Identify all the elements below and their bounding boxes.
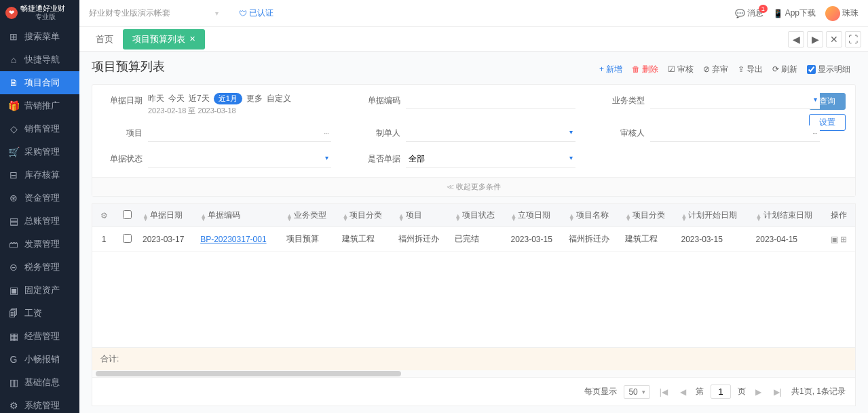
sidebar-item-13[interactable]: ▦经营管理 bbox=[0, 325, 79, 348]
sort-icon[interactable]: ▲▼ bbox=[342, 214, 348, 221]
refresh-icon: ⟳ bbox=[772, 64, 779, 74]
detail-checkbox[interactable] bbox=[807, 65, 816, 74]
sort-icon[interactable]: ▲▼ bbox=[569, 214, 575, 221]
export-button[interactable]: ⇪导出 bbox=[738, 64, 763, 75]
sort-icon[interactable]: ▲▼ bbox=[510, 214, 516, 221]
maker-input[interactable] bbox=[406, 125, 575, 142]
page-input[interactable] bbox=[711, 385, 731, 399]
first-page-button[interactable]: |◀ bbox=[657, 387, 671, 397]
tab-next-button[interactable]: ▶ bbox=[807, 31, 823, 47]
sidebar-icon: ⊞ bbox=[8, 31, 19, 42]
sidebar-item-9[interactable]: 🗃发票管理 bbox=[0, 233, 79, 256]
single-input[interactable] bbox=[406, 151, 575, 168]
last-page-button[interactable]: ▶| bbox=[771, 387, 785, 397]
chevron-down-icon[interactable]: ▾ bbox=[325, 154, 328, 161]
collapse-filters-button[interactable]: ≪ 收起更多条件 bbox=[92, 177, 855, 196]
preset-today[interactable]: 今天 bbox=[168, 93, 185, 104]
sort-icon[interactable]: ▲▼ bbox=[455, 214, 461, 221]
status-input[interactable] bbox=[148, 151, 331, 168]
prev-page-button[interactable]: ◀ bbox=[677, 387, 689, 397]
discard-button[interactable]: ⊘弃审 bbox=[703, 64, 728, 75]
sidebar-item-15[interactable]: ▥基础信息 bbox=[0, 371, 79, 394]
sort-icon[interactable]: ▲▼ bbox=[143, 214, 149, 221]
code-input[interactable] bbox=[406, 93, 575, 109]
toolbar: +新增 🗑删除 ☑审核 ⊘弃审 ⇪导出 ⟳刷新 显示明细 bbox=[594, 61, 856, 78]
shield-icon: 🛡 bbox=[239, 9, 247, 18]
doc-code-link[interactable]: BP-20230317-001 bbox=[200, 235, 266, 244]
audit-button[interactable]: ☑审核 bbox=[668, 64, 694, 75]
preset-1month[interactable]: 近1月 bbox=[214, 93, 242, 104]
next-page-button[interactable]: ▶ bbox=[753, 387, 764, 397]
x-icon: ⊘ bbox=[703, 64, 710, 74]
filter-single-label: 是否单据 bbox=[362, 151, 400, 165]
sidebar-item-label: 搜索菜单 bbox=[24, 31, 60, 43]
chevron-down-icon[interactable]: ▾ bbox=[569, 154, 573, 161]
pagination: 每页显示 50 ▾ |◀ ◀ 第 页 ▶ ▶| 共1页, 1条记录 bbox=[92, 377, 855, 406]
sidebar-item-14[interactable]: G小畅报销 bbox=[0, 348, 79, 371]
sidebar-item-5[interactable]: 🛒采购管理 bbox=[0, 140, 79, 163]
cell-plan-start: 2023-03-15 bbox=[677, 227, 751, 252]
filter-status-label: 单据状态 bbox=[105, 151, 143, 165]
sort-icon[interactable]: ▲▼ bbox=[286, 214, 293, 221]
logo-edition: 专业版 bbox=[35, 12, 65, 22]
horizontal-scrollbar[interactable] bbox=[92, 370, 855, 377]
sidebar-item-8[interactable]: ▤总账管理 bbox=[0, 210, 79, 233]
chevron-down-icon[interactable]: ▾ bbox=[569, 128, 573, 136]
sidebar-icon: 🗎 bbox=[8, 77, 19, 88]
preset-more[interactable]: 更多 bbox=[246, 93, 263, 104]
tab-close-all-button[interactable]: ✕ bbox=[826, 31, 842, 47]
sidebar-item-2[interactable]: 🗎项目合同 bbox=[0, 71, 79, 94]
sort-icon[interactable]: ▲▼ bbox=[200, 214, 206, 221]
select-all-checkbox[interactable] bbox=[123, 210, 132, 219]
messages-button[interactable]: 💬 消息 1 bbox=[735, 7, 763, 19]
tab-home[interactable]: 首页 bbox=[86, 29, 123, 50]
biztype-input[interactable] bbox=[650, 93, 820, 109]
per-page-select[interactable]: 50 ▾ bbox=[624, 385, 649, 399]
show-detail-toggle[interactable]: 显示明细 bbox=[807, 64, 850, 75]
preset-custom[interactable]: 自定义 bbox=[267, 93, 291, 104]
more-icon[interactable]: ··· bbox=[812, 128, 817, 138]
preset-yesterday[interactable]: 昨天 bbox=[148, 93, 164, 104]
sidebar-item-10[interactable]: ⊝税务管理 bbox=[0, 256, 79, 279]
sidebar-item-label: 基础信息 bbox=[24, 376, 60, 389]
sort-icon[interactable]: ▲▼ bbox=[756, 214, 762, 221]
fullscreen-button[interactable]: ⛶ bbox=[845, 31, 861, 47]
sidebar-item-0[interactable]: ⊞搜索菜单 bbox=[0, 25, 79, 48]
sort-icon[interactable]: ▲▼ bbox=[681, 214, 687, 221]
tab-budget-list[interactable]: 项目预算列表 ✕ bbox=[123, 29, 205, 50]
sort-icon[interactable]: ▲▼ bbox=[625, 214, 631, 221]
refresh-button[interactable]: ⟳刷新 bbox=[772, 64, 797, 75]
topbar: 好业财专业版演示帐套 ▾ 🛡 已认证 💬 消息 1 📱 App下载 bbox=[79, 0, 868, 27]
project-input[interactable] bbox=[148, 125, 331, 142]
more-icon[interactable]: ··· bbox=[324, 128, 328, 138]
sort-icon[interactable]: ▲▼ bbox=[398, 214, 404, 221]
chevron-down-icon[interactable]: ▾ bbox=[814, 96, 817, 103]
row-action-view-icon[interactable]: ▣ bbox=[831, 235, 838, 244]
user-menu[interactable]: 珠珠 bbox=[825, 6, 858, 21]
sidebar-item-4[interactable]: ◇销售管理 bbox=[0, 117, 79, 140]
close-icon[interactable]: ✕ bbox=[189, 35, 195, 43]
sidebar-item-1[interactable]: ⌂快捷导航 bbox=[0, 48, 79, 71]
gear-icon[interactable]: ⚙ bbox=[100, 211, 108, 220]
preset-7days[interactable]: 近7天 bbox=[189, 93, 210, 104]
row-checkbox[interactable] bbox=[123, 234, 132, 243]
table-row[interactable]: 1 2023-03-17 BP-20230317-001 项目预算 建筑工程 福… bbox=[92, 227, 855, 252]
cell-plan-end: 2023-04-15 bbox=[752, 227, 827, 252]
add-button[interactable]: +新增 bbox=[599, 64, 622, 75]
sidebar-item-7[interactable]: ⊛资金管理 bbox=[0, 186, 79, 210]
date-presets: 昨天 今天 近7天 近1月 更多 自定义 bbox=[148, 93, 291, 104]
tab-prev-button[interactable]: ◀ bbox=[788, 31, 804, 47]
row-action-qr-icon[interactable]: ⊞ bbox=[840, 235, 847, 244]
sidebar-item-11[interactable]: ▣固定资产 bbox=[0, 279, 79, 302]
auditor-input[interactable] bbox=[650, 125, 820, 142]
sidebar-item-16[interactable]: ⚙系统管理 bbox=[0, 394, 79, 413]
sidebar-item-12[interactable]: 🗐工资 bbox=[0, 302, 79, 325]
app-download-button[interactable]: 📱 App下载 bbox=[773, 7, 816, 19]
filter-code-label: 单据编码 bbox=[362, 93, 400, 106]
account-selector[interactable]: 好业财专业版演示帐套 ▾ bbox=[89, 7, 219, 19]
collapse-icon: ≪ bbox=[447, 182, 454, 191]
delete-button[interactable]: 🗑删除 bbox=[632, 64, 658, 75]
sidebar-item-3[interactable]: 🎁营销推广 bbox=[0, 94, 79, 117]
sidebar-icon: ⚙ bbox=[8, 400, 19, 411]
sidebar-item-6[interactable]: ⊟库存核算 bbox=[0, 163, 79, 186]
